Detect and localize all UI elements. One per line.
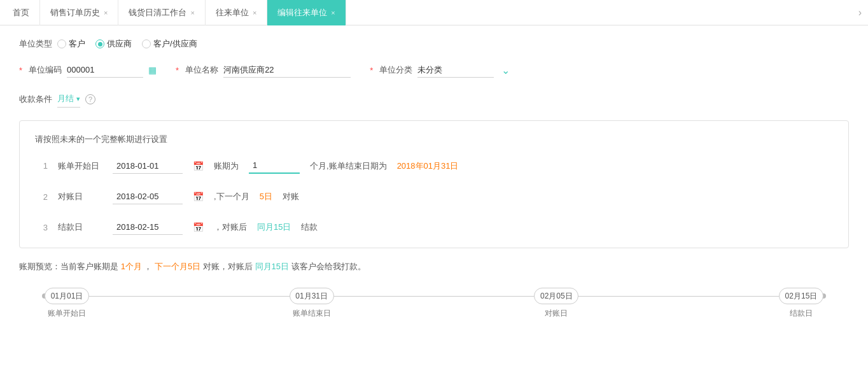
close-icon[interactable]: × (253, 9, 256, 17)
setting-row-3: 3 结款日 📅 ，对账后同月15日结款 (35, 220, 833, 235)
timeline-node-3: 02月05日 (534, 288, 578, 304)
calendar-icon-3[interactable]: 📅 (193, 222, 204, 232)
preview-part1: 1个月 (121, 262, 142, 271)
calendar-icon-2[interactable]: 📅 (193, 192, 204, 202)
timeline-node-4: 02月15日 (779, 288, 823, 304)
payment-date-input[interactable] (113, 220, 183, 235)
radio-supplier[interactable]: 供应商 (95, 38, 132, 50)
unit-category-group: * 单位分类 ⌄ (370, 62, 510, 78)
close-icon[interactable]: × (331, 9, 335, 17)
row3-prefix: ，对账后 (214, 222, 247, 233)
radio-circle-supplier[interactable] (95, 39, 104, 48)
row2-highlight: 5日 (260, 191, 272, 202)
row-num-2: 2 (35, 192, 48, 202)
row1-suffix: 个月,账单结束日期为 (310, 160, 387, 172)
row3-highlight: 同月15日 (257, 222, 291, 233)
tab-bar-end[interactable]: › (858, 7, 868, 18)
payment-terms-value: 月结 (57, 93, 74, 104)
tab-edit-partner[interactable]: 编辑往来单位 × (267, 0, 346, 25)
timeline-item-4: 02月15日 结款日 (779, 288, 823, 319)
setting-row-2: 2 对账日 📅 ,下一个月5日对账 (35, 189, 833, 204)
radio-label-both: 客户/供应商 (153, 38, 197, 50)
code-name-category-row: * 单位编码 ▦ * 单位名称 * 单位分类 ⌄ (19, 62, 849, 78)
timeline-items: 01月01日 账单开始日 01月31日 账单结束日 02月05日 对账日 02月… (45, 288, 823, 319)
preview-part3: 同月15日 (255, 262, 289, 271)
unit-name-group: * 单位名称 (176, 62, 351, 78)
close-icon[interactable]: × (104, 9, 108, 17)
timeline-item-3: 02月05日 对账日 (534, 288, 578, 319)
preview-section: 账期预览：当前客户账期是 1个月 ， 下一个月5日 对账，对账后 同月15日 该… (19, 261, 849, 272)
preview-comma1: ， (144, 262, 152, 271)
preview-part2: 下一个月5日 (155, 262, 200, 271)
tab-cash-work[interactable]: 钱货日清工作台 × (118, 0, 205, 25)
radio-both[interactable]: 客户/供应商 (142, 38, 197, 50)
row-label-1: 账单开始日 (58, 160, 102, 172)
question-icon[interactable]: ? (85, 94, 95, 104)
unit-type-label: 单位类型 (19, 38, 52, 50)
timeline-section: 01月01日 账单开始日 01月31日 账单结束日 02月05日 对账日 02月… (19, 288, 849, 338)
unit-code-input[interactable] (67, 62, 143, 78)
row1-suffix-before: 账期为 (214, 160, 239, 172)
unit-code-group: * 单位编码 ▦ (19, 62, 157, 78)
row-label-2: 对账日 (58, 191, 102, 202)
radio-customer[interactable]: 客户 (57, 38, 85, 50)
unit-category-input[interactable] (417, 62, 494, 78)
payment-terms-group: 收款条件 月结 ▾ ? (19, 90, 95, 108)
timeline-label-3: 对账日 (545, 308, 568, 319)
tab-sales-history[interactable]: 销售订单历史 × (40, 0, 118, 25)
radio-label-supplier: 供应商 (107, 38, 132, 50)
preview-suffix: 该客户会给我打款。 (291, 262, 366, 271)
row-num-1: 1 (35, 161, 48, 171)
tab-bar: 首页 销售订单历史 × 钱货日清工作台 × 往来单位 × 编辑往来单位 × › (0, 0, 868, 25)
radio-circle-both[interactable] (142, 39, 151, 48)
row1-highlight: 2018年01月31日 (397, 160, 459, 172)
main-content: 单位类型 客户 供应商 客户/供应商 * 单位编码 (0, 25, 868, 387)
timeline-label-1: 账单开始日 (48, 308, 86, 319)
timeline-item-1: 01月01日 账单开始日 (45, 288, 89, 319)
unit-name-label: 单位名称 (185, 64, 218, 76)
tab-partner[interactable]: 往来单位 × (206, 0, 267, 25)
payment-terms-label: 收款条件 (19, 94, 52, 105)
close-icon[interactable]: × (190, 9, 194, 17)
preview-middle: 对账，对账后 (203, 262, 253, 271)
radio-label-customer: 客户 (69, 38, 85, 50)
preview-prefix: 账期预览：当前客户账期是 (19, 262, 118, 271)
row-num-3: 3 (35, 223, 48, 232)
required-star-category: * (370, 66, 373, 75)
row2-prefix: ,下一个月 (214, 191, 249, 202)
timeline-item-2: 01月31日 账单结束日 (290, 288, 334, 319)
category-dropdown-icon[interactable]: ⌄ (501, 64, 510, 76)
period-input[interactable] (249, 158, 300, 174)
radio-group-unit-type: 客户 供应商 客户/供应商 (57, 38, 197, 50)
chevron-down-icon: ▾ (76, 95, 80, 103)
radio-circle-customer[interactable] (57, 39, 66, 48)
timeline-node-2: 01月31日 (290, 288, 334, 304)
required-star-code: * (19, 66, 22, 75)
unit-type-row: 单位类型 客户 供应商 客户/供应商 (19, 38, 849, 50)
payment-terms-select[interactable]: 月结 ▾ (57, 90, 80, 108)
settings-section: 请按照未来的一个完整帐期进行设置 1 账单开始日 📅 账期为 个月,账单结束日期… (19, 120, 849, 248)
unit-name-input[interactable] (223, 62, 351, 78)
unit-type-group: 单位类型 客户 供应商 客户/供应商 (19, 38, 197, 50)
section-title: 请按照未来的一个完整帐期进行设置 (35, 134, 833, 145)
required-star-name: * (176, 66, 179, 75)
timeline-label-4: 结款日 (790, 308, 813, 319)
row3-suffix2: 结款 (301, 222, 318, 233)
row-label-3: 结款日 (58, 222, 102, 233)
payment-terms-row: 收款条件 月结 ▾ ? (19, 90, 849, 108)
start-date-input[interactable] (113, 158, 183, 174)
row2-suffix2: 对账 (283, 191, 299, 202)
unit-category-label: 单位分类 (379, 64, 412, 76)
tab-home[interactable]: 首页 (0, 0, 40, 25)
unit-code-label: 单位编码 (29, 64, 62, 76)
copy-icon[interactable]: ▦ (148, 65, 157, 75)
setting-rows: 1 账单开始日 📅 账期为 个月,账单结束日期为 2018年01月31日 2 对… (35, 158, 833, 235)
setting-row-1: 1 账单开始日 📅 账期为 个月,账单结束日期为 2018年01月31日 (35, 158, 833, 174)
timeline-node-1: 01月01日 (45, 288, 89, 304)
timeline-label-2: 账单结束日 (293, 308, 331, 319)
calendar-icon-1[interactable]: 📅 (193, 161, 204, 171)
reconcile-date-input[interactable] (113, 189, 183, 204)
